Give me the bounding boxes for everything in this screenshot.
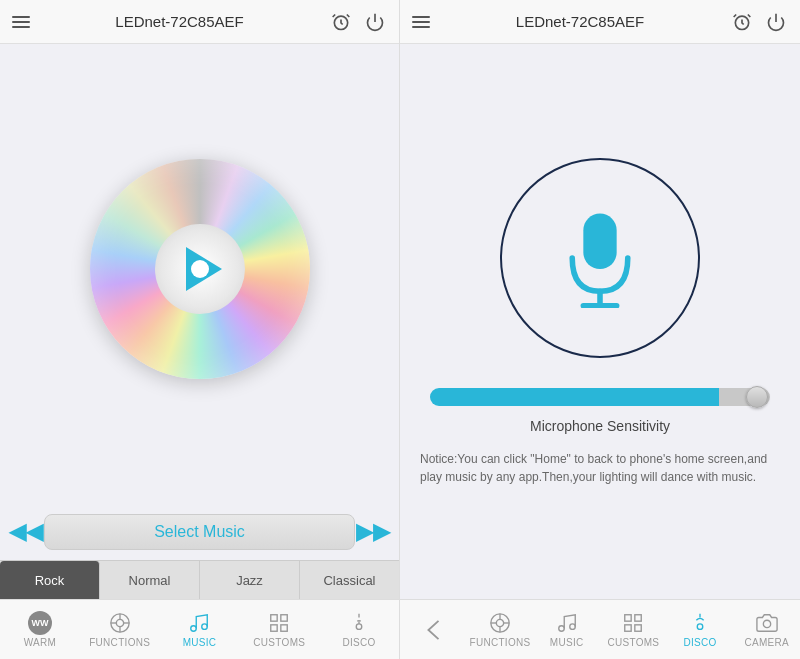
right-nav-disco[interactable]: DISCO (667, 600, 734, 659)
functions-icon (108, 611, 132, 635)
left-header-title: LEDnet-72C85AEF (115, 13, 243, 30)
left-header: LEDnet-72C85AEF (0, 0, 399, 44)
right-main: Microphone Sensitivity Notice:You can cl… (400, 44, 800, 599)
right-camera-icon (755, 611, 779, 635)
right-nav-label-music: MUSIC (550, 637, 584, 648)
right-power-icon[interactable] (764, 10, 788, 34)
sensitivity-slider-container (420, 388, 780, 406)
right-functions-icon (488, 611, 512, 635)
mic-circle[interactable] (500, 158, 700, 358)
tab-normal[interactable]: Normal (100, 561, 200, 599)
right-panel: LEDnet-72C85AEF (400, 0, 800, 659)
sensitivity-slider-track[interactable] (430, 388, 770, 406)
right-nav-camera[interactable]: CAMERA (733, 600, 800, 659)
left-bottom-nav: WW WARM FUNCTIONS (0, 599, 399, 659)
warm-icon: WW (28, 611, 52, 635)
next-arrow-button[interactable]: ▶▶ (355, 514, 391, 550)
right-nav-customs[interactable]: CUSTOMS (600, 600, 667, 659)
mic-icon (555, 208, 645, 308)
svg-rect-19 (583, 213, 616, 269)
disc-container[interactable] (90, 159, 310, 379)
right-music-icon (555, 611, 579, 635)
nav-label-warm: WARM (24, 637, 57, 648)
tab-classical[interactable]: Classical (300, 561, 399, 599)
nav-item-disco[interactable]: DISCO (319, 600, 399, 659)
notice-text: Notice:You can click "Home" to back to p… (400, 450, 800, 486)
ww-badge: WW (28, 611, 52, 635)
select-music-bar: ◀◀ Select Music ▶▶ (0, 504, 399, 560)
right-bottom-nav: FUNCTIONS MUSIC CUSTOMS (400, 599, 800, 659)
genre-tabs: Rock Normal Jazz Classical (0, 560, 399, 599)
right-back-icon (421, 618, 445, 642)
music-icon (187, 611, 211, 635)
right-nav-label-disco: DISCO (683, 637, 716, 648)
svg-rect-11 (281, 615, 287, 621)
nav-item-warm[interactable]: WW WARM (0, 600, 80, 659)
svg-rect-10 (271, 615, 277, 621)
nav-label-customs: CUSTOMS (253, 637, 305, 648)
alarm-icon[interactable] (329, 10, 353, 34)
right-nav-label-functions: FUNCTIONS (469, 637, 530, 648)
sensitivity-slider-thumb[interactable] (746, 386, 768, 408)
right-nav-functions[interactable]: FUNCTIONS (467, 600, 534, 659)
right-nav-back[interactable] (400, 600, 467, 659)
nav-item-functions[interactable]: FUNCTIONS (80, 600, 160, 659)
svg-point-36 (763, 620, 770, 627)
right-nav-label-camera: CAMERA (744, 637, 789, 648)
right-nav-music[interactable]: MUSIC (533, 600, 600, 659)
right-disco-icon (688, 611, 712, 635)
nav-label-music: MUSIC (183, 637, 217, 648)
nav-item-music[interactable]: MUSIC (160, 600, 240, 659)
svg-rect-32 (625, 625, 631, 631)
svg-point-8 (191, 626, 197, 632)
nav-label-disco: DISCO (343, 637, 376, 648)
svg-rect-33 (635, 625, 641, 631)
tab-jazz[interactable]: Jazz (200, 561, 300, 599)
right-alarm-icon[interactable] (730, 10, 754, 34)
left-header-icons (329, 10, 387, 34)
cd-disc (90, 159, 310, 379)
hamburger-icon[interactable] (12, 16, 30, 28)
svg-point-28 (558, 626, 564, 632)
right-hamburger-icon[interactable] (412, 16, 430, 28)
left-main (0, 44, 399, 504)
right-header-title: LEDnet-72C85AEF (516, 13, 644, 30)
tab-rock[interactable]: Rock (0, 561, 100, 599)
right-header-icons (730, 10, 788, 34)
svg-rect-30 (625, 615, 631, 621)
svg-point-23 (496, 619, 503, 626)
disc-hole (191, 260, 209, 278)
svg-rect-13 (281, 625, 287, 631)
svg-point-29 (569, 624, 575, 630)
svg-point-3 (116, 619, 123, 626)
prev-arrow-button[interactable]: ◀◀ (8, 514, 44, 550)
right-customs-icon (621, 611, 645, 635)
svg-point-34 (697, 624, 703, 630)
power-icon[interactable] (363, 10, 387, 34)
right-nav-label-customs: CUSTOMS (607, 637, 659, 648)
select-music-label: Select Music (154, 523, 245, 541)
right-header: LEDnet-72C85AEF (400, 0, 800, 44)
sensitivity-label: Microphone Sensitivity (530, 418, 670, 434)
left-panel: LEDnet-72C85AEF (0, 0, 400, 659)
svg-rect-31 (635, 615, 641, 621)
nav-label-functions: FUNCTIONS (89, 637, 150, 648)
svg-point-9 (202, 624, 208, 630)
svg-point-14 (356, 624, 362, 630)
select-music-input[interactable]: Select Music (44, 514, 355, 550)
nav-item-customs[interactable]: CUSTOMS (239, 600, 319, 659)
customs-icon (267, 611, 291, 635)
disco-icon (347, 611, 371, 635)
svg-rect-12 (271, 625, 277, 631)
